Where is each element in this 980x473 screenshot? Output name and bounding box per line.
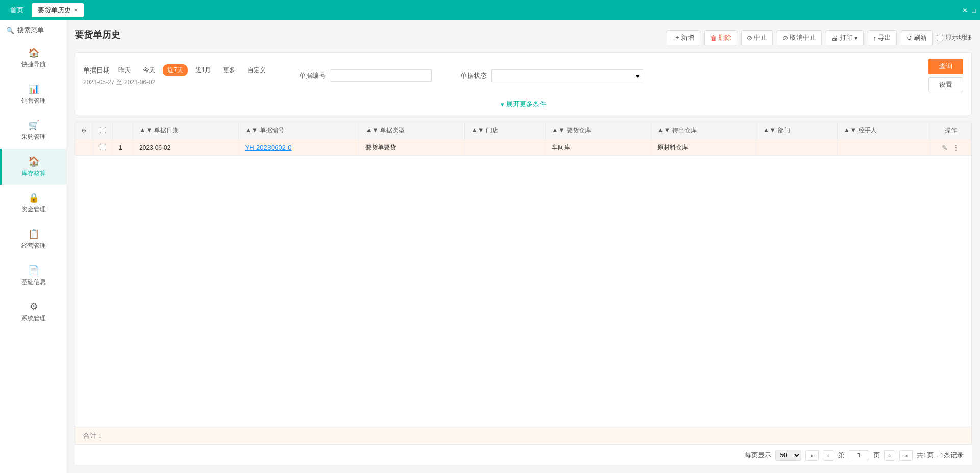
sidebar-item-inventory[interactable]: 🏠 库存核算	[0, 149, 66, 185]
refresh-button[interactable]: ↺ 刷新	[901, 30, 933, 45]
date-yesterday-btn[interactable]: 昨天	[114, 64, 135, 76]
row-checkbox[interactable]	[100, 144, 106, 150]
col-index-header	[113, 122, 133, 139]
page-title: 要货单历史	[75, 29, 120, 41]
sidebar-item-system[interactable]: ⚙ 系统管理	[0, 294, 66, 330]
chart-icon: 📊	[28, 83, 39, 94]
row-checkbox-cell	[93, 139, 113, 156]
row-more-icon[interactable]: ⋮	[952, 144, 960, 152]
table-body: 1 2023-06-02 YH-20230602-0 要货单要货 车间库 原材料…	[75, 139, 971, 156]
export-button[interactable]: ↑ 导出	[868, 30, 897, 45]
date-more-btn[interactable]: 更多	[218, 64, 240, 76]
search-icon: 🔍	[6, 27, 14, 34]
tab-home[interactable]: 首页	[4, 3, 30, 17]
lock-icon: 🔒	[28, 192, 39, 203]
refresh-icon: ↺	[906, 34, 912, 42]
date-filter-buttons: 昨天 今天 近7天 近1月 更多 自定义	[114, 64, 271, 76]
delete-icon: 🗑	[710, 34, 717, 42]
clipboard-icon: 📋	[28, 228, 39, 240]
content-area: 要货单历史 + + 新增 🗑 删除 ⊘ 中止 ⊘ 取消中止	[66, 20, 980, 473]
cancel-stop-button[interactable]: ⊘ 取消中止	[777, 30, 822, 45]
expand-filter-btn[interactable]: ▾ 展开更多条件	[501, 100, 546, 109]
gear-icon: ⚙	[30, 301, 38, 312]
delete-button[interactable]: 🗑 删除	[704, 30, 737, 45]
tab-close-icon[interactable]: ×	[74, 7, 78, 14]
sidebar-item-finance[interactable]: 🔒 资金管理	[0, 185, 66, 221]
home-icon: 🏠	[28, 47, 39, 58]
col-date-header[interactable]: ▲▼ 单据日期	[133, 122, 239, 139]
stop-button[interactable]: ⊘ 中止	[741, 30, 773, 45]
date-range-display: 2023-05-27 至 2023-06-02	[83, 78, 271, 87]
display-detail-checkbox-wrapper[interactable]: 显示明细	[937, 33, 972, 42]
filter-settings-button[interactable]: 设置	[928, 77, 963, 92]
print-button[interactable]: 🖨 打印 ▾	[826, 30, 864, 45]
status-select[interactable]: ▾	[491, 69, 644, 82]
date-custom-btn[interactable]: 自定义	[243, 64, 271, 76]
requisition-table: ⚙ ▲▼ 单据日期 ▲▼ 单据编号	[75, 122, 971, 156]
col-op-header: 操作	[930, 122, 971, 139]
date-filter-label: 单据日期	[83, 66, 110, 75]
status-label: 单据状态	[460, 71, 487, 80]
order-no-link[interactable]: YH-20230602-0	[245, 144, 292, 151]
table-container: ⚙ ▲▼ 单据日期 ▲▼ 单据编号	[75, 122, 972, 445]
col-settings[interactable]: ⚙	[75, 122, 93, 139]
date-today-btn[interactable]: 今天	[138, 64, 160, 76]
row-no-cell: YH-20230602-0	[238, 139, 359, 156]
sidebar-item-basic[interactable]: 📄 基础信息	[0, 257, 66, 294]
top-bar-right: ✕ □	[962, 7, 976, 14]
sidebar-item-purchase[interactable]: 🛒 采购管理	[0, 112, 66, 149]
total-records: 共1页，1条记录	[917, 451, 964, 460]
cancel-stop-icon: ⊘	[782, 34, 788, 42]
chevron-down-icon: ▾	[501, 101, 504, 108]
row-req-warehouse-cell: 车间库	[546, 139, 651, 156]
export-icon: ↑	[873, 34, 877, 42]
row-dept-cell	[756, 139, 837, 156]
col-no-header[interactable]: ▲▼ 单据编号	[238, 122, 359, 139]
table-footer: 合计：	[75, 427, 971, 444]
col-checkbox	[93, 122, 113, 139]
sidebar-item-operations[interactable]: 📋 经营管理	[0, 221, 66, 257]
last-page-btn[interactable]: »	[899, 450, 912, 461]
page-number-input[interactable]	[849, 450, 869, 460]
tab-requisition-history[interactable]: 要货单历史 ×	[32, 3, 84, 17]
date-1month-btn[interactable]: 近1月	[191, 64, 216, 76]
row-handler-cell	[837, 139, 930, 156]
row-type-cell: 要货单要货	[359, 139, 465, 156]
sidebar-item-sales[interactable]: 📊 销售管理	[0, 76, 66, 112]
print-icon: 🖨	[831, 34, 838, 42]
status-chevron-icon: ▾	[636, 72, 640, 80]
new-button[interactable]: + + 新增	[667, 30, 700, 45]
order-no-input[interactable]	[330, 69, 432, 82]
main-layout: 🔍 搜索菜单 🏠 快捷导航 📊 销售管理 🛒 采购管理 🏠 库存核算 🔒 资金管…	[0, 20, 980, 473]
window-close-icon[interactable]: ✕	[962, 7, 968, 14]
col-store-header[interactable]: ▲▼ 门店	[464, 122, 545, 139]
pagination-bar: 每页显示 50 10 20 100 « ‹ 第 页 › » 共1页，1条记录	[75, 445, 972, 465]
col-req-warehouse-header[interactable]: ▲▼ 要货仓库	[546, 122, 651, 139]
col-handler-header[interactable]: ▲▼ 经手人	[837, 122, 930, 139]
doc-icon: 📄	[28, 265, 39, 276]
first-page-btn[interactable]: «	[805, 450, 818, 461]
window-maximize-icon[interactable]: □	[972, 7, 976, 14]
sidebar-item-quick-nav[interactable]: 🏠 快捷导航	[0, 40, 66, 76]
col-type-header[interactable]: ▲▼ 单据类型	[359, 122, 465, 139]
next-page-btn[interactable]: ›	[884, 450, 895, 461]
per-page-select[interactable]: 50 10 20 100	[775, 450, 801, 461]
row-edit-icon[interactable]: ✎	[942, 144, 948, 152]
col-dept-header[interactable]: ▲▼ 部门	[756, 122, 837, 139]
row-date-cell: 2023-06-02	[133, 139, 239, 156]
table-header-row: ⚙ ▲▼ 单据日期 ▲▼ 单据编号	[75, 122, 971, 139]
display-detail-checkbox[interactable]	[937, 35, 943, 41]
select-all-checkbox[interactable]	[100, 127, 106, 133]
row-op-cell: ✎ ⋮	[930, 139, 971, 156]
row-settings-cell	[75, 139, 93, 156]
print-chevron-icon: ▾	[854, 34, 858, 42]
table-row[interactable]: 1 2023-06-02 YH-20230602-0 要货单要货 车间库 原材料…	[75, 139, 971, 156]
date-7days-btn[interactable]: 近7天	[163, 64, 188, 76]
search-menu-item[interactable]: 🔍 搜索菜单	[0, 20, 66, 40]
top-bar: 首页 要货单历史 × ✕ □	[0, 0, 980, 20]
row-index-cell: 1	[113, 139, 133, 156]
col-pending-warehouse-header[interactable]: ▲▼ 待出仓库	[651, 122, 756, 139]
query-button[interactable]: 查询	[928, 59, 963, 74]
prev-page-btn[interactable]: ‹	[823, 450, 834, 461]
filter-bar: 单据日期 昨天 今天 近7天 近1月 更多 自定义 2023-05-27 至 2…	[75, 52, 972, 115]
